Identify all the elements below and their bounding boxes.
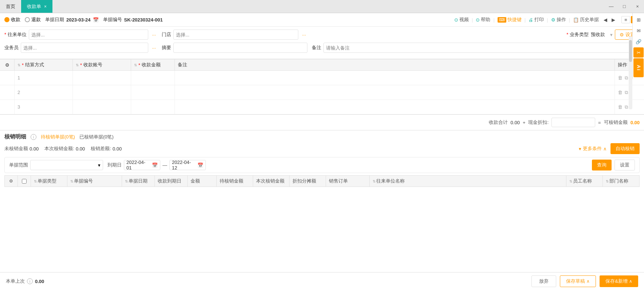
save-draft-button[interactable]: 保存草稿 ∧: [560, 275, 596, 287]
store-input[interactable]: [173, 30, 298, 40]
minimize-button[interactable]: —: [605, 0, 618, 13]
nav-next[interactable]: ▶: [610, 16, 617, 23]
plus-sign: +: [523, 120, 526, 125]
td-amount-1[interactable]: [131, 71, 175, 85]
reconcile-title: 核销明细: [4, 133, 26, 140]
abandon-button[interactable]: 放弃: [531, 275, 556, 287]
counterpart-more-btn[interactable]: ···: [150, 32, 157, 38]
staff-field: 业务员 ···: [4, 43, 157, 53]
history-icon: 📋: [573, 17, 579, 23]
list-view-icon[interactable]: ≡: [621, 16, 630, 23]
rec-table-header: ⚙ ⇅ 单据类型 ⇅ 单据编号 ⇅ 单据日期 收款到期日: [4, 175, 640, 187]
th-remark: 备注: [175, 59, 615, 70]
available-label: 可核销金额: [604, 119, 628, 126]
save-new-button[interactable]: 保存&新增 ∧: [600, 275, 638, 287]
sidebar-table-icon[interactable]: ⊞: [633, 15, 644, 25]
remark-input[interactable]: [323, 43, 640, 53]
date-from-input[interactable]: 2022-04-01 📅: [124, 160, 160, 170]
discount-input[interactable]: [551, 118, 595, 127]
td-account-1[interactable]: [73, 71, 131, 85]
td-settle-1: 1: [15, 71, 73, 85]
help-action[interactable]: ⊙ 帮助: [476, 16, 490, 23]
td-gear-2: [0, 85, 15, 99]
reconcile-info-icon[interactable]: i: [31, 134, 36, 140]
pending-tab[interactable]: 待核销单据(0笔): [41, 134, 75, 140]
ai-button[interactable]: Ai: [633, 58, 644, 77]
business-type-value: 预收款: [591, 31, 605, 38]
td-gear-1: [0, 71, 15, 85]
auto-reconcile-button[interactable]: 自动核销: [610, 143, 640, 154]
tab-receipt-label: 收款单: [27, 3, 41, 10]
calendar-from-icon[interactable]: 📅: [152, 162, 158, 168]
store-more-btn[interactable]: ···: [301, 32, 307, 38]
video-icon: ⊙: [454, 17, 458, 23]
save-new-chevron: ∧: [629, 279, 632, 284]
tab-home[interactable]: 首页: [0, 0, 21, 13]
rec-th-gear[interactable]: ⚙: [5, 176, 18, 187]
calendar-to-icon[interactable]: 📅: [197, 162, 203, 168]
history-action[interactable]: 📋 历史单据: [573, 16, 599, 23]
print-action[interactable]: 🖨 打印: [529, 16, 544, 23]
td-account-3[interactable]: [73, 100, 131, 114]
sidebar-screenshot-icon[interactable]: ✂: [633, 47, 644, 58]
refund-radio[interactable]: 退款: [25, 16, 41, 23]
copy-icon-1[interactable]: ⧉: [625, 75, 628, 81]
td-remark-3[interactable]: [175, 100, 615, 114]
staff-input[interactable]: [21, 43, 148, 53]
td-amount-3[interactable]: [131, 100, 175, 114]
form-area: * 往来单位 ··· 门店 ··· * 业务类型 预收款 ▾ ⚙: [0, 27, 644, 59]
store-field: 门店 ···: [162, 30, 307, 40]
rec-th-unit: ⇅ 往来单位名称: [370, 176, 566, 187]
video-label: 视频: [459, 16, 469, 23]
maximize-button[interactable]: □: [618, 0, 631, 13]
close-button[interactable]: ×: [631, 0, 644, 13]
td-account-2[interactable]: [73, 85, 131, 99]
available-value: 0.00: [631, 120, 640, 125]
nav-prev[interactable]: ◀: [602, 16, 609, 23]
select-all-checkbox[interactable]: [22, 179, 27, 184]
print-label: 打印: [534, 16, 544, 23]
more-filter[interactable]: ▾ 更多条件 ∧: [579, 145, 607, 152]
scrollbar[interactable]: [629, 36, 632, 109]
operation-icon: ⚙: [551, 17, 555, 23]
copy-icon-3[interactable]: ⧉: [625, 104, 628, 110]
tab-receipt[interactable]: 收款单 ×: [21, 0, 52, 13]
query-button[interactable]: 查询: [592, 160, 612, 171]
video-action[interactable]: ⊙ 视频: [454, 16, 469, 23]
copy-icon-2[interactable]: ⧉: [625, 90, 628, 95]
th-gear[interactable]: ⚙: [0, 59, 15, 70]
bottom-info-icon[interactable]: i: [27, 278, 33, 284]
reconcile-header: 核销明细 i 待核销单据(0笔) 已核销单据(0笔): [0, 130, 644, 142]
delete-icon-1[interactable]: 🗑: [618, 75, 623, 81]
date-to-input[interactable]: 2022-04-12 📅: [169, 160, 206, 170]
shortcut-action[interactable]: ⌨ 快捷键: [498, 16, 522, 23]
td-remark-1[interactable]: [175, 71, 615, 85]
td-remark-2[interactable]: [175, 85, 615, 99]
bill-date-value: 2023-03-24: [66, 17, 91, 23]
counterpart-input[interactable]: [29, 30, 148, 40]
delete-icon-2[interactable]: 🗑: [618, 90, 623, 95]
tab-close-icon[interactable]: ×: [44, 4, 47, 9]
done-tab[interactable]: 已核销单据(0笔): [79, 134, 114, 140]
refund-radio-circle: [25, 17, 30, 22]
operation-action[interactable]: ⚙ 操作: [551, 16, 566, 23]
range-field: 单据范围 ▾: [9, 160, 103, 170]
receipt-radio[interactable]: 收款: [4, 16, 20, 23]
rec-th-checkbox[interactable]: [18, 176, 31, 187]
summary-input[interactable]: [173, 43, 307, 53]
calendar-icon[interactable]: 📅: [93, 17, 99, 23]
table-area: ⚙ ⇅ * 结算方式 ⇅ * 收款账号 ⇅ * 收款金额 备注 操作: [0, 59, 644, 115]
sidebar-link-icon[interactable]: 🔗: [633, 36, 644, 47]
business-type-dropdown[interactable]: ▾: [610, 32, 613, 38]
reconcile-settings-button[interactable]: 设置: [614, 160, 635, 171]
help-label: 帮助: [481, 16, 490, 23]
summary-field: 摘要: [162, 43, 307, 53]
scrollbar-thumb[interactable]: [629, 40, 632, 62]
bill-date-field: 单据日期 2023-03-24 📅: [45, 16, 99, 23]
td-amount-2[interactable]: [131, 85, 175, 99]
range-select[interactable]: ▾: [30, 160, 103, 170]
sidebar-mail-icon[interactable]: ✉: [633, 26, 644, 36]
delete-icon-3[interactable]: 🗑: [618, 104, 623, 110]
staff-more-btn[interactable]: ···: [150, 45, 157, 51]
reconcile-section: 核销明细 i 待核销单据(0笔) 已核销单据(0笔) 未核销金额 0.00 本次…: [0, 130, 644, 272]
